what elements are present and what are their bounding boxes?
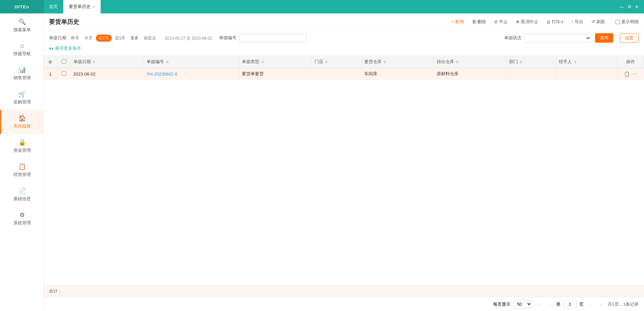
sort-icon-department: ⇅ (520, 60, 522, 64)
prev-page-button[interactable]: ‹ (546, 300, 553, 308)
order-no-input[interactable] (239, 34, 306, 42)
order-no-label: 单据编号 (219, 35, 236, 41)
order-no-link[interactable]: YH-20230602-0 (147, 72, 177, 77)
last-page-button[interactable]: » (596, 300, 605, 308)
close-button[interactable]: ✕ (635, 4, 639, 9)
sort-icon-type: ⇅ (261, 60, 264, 64)
table-header-row: ⚙ 单据日期 ⇅ 单据编号 ⇅ 单据类型 (44, 56, 644, 68)
row-handler (556, 68, 617, 80)
toolbar-separator (611, 18, 611, 25)
col-type[interactable]: 单据类型 ⇅ (239, 56, 312, 68)
home-icon: ⌂ (20, 42, 24, 49)
new-button[interactable]: + 新增 (449, 17, 466, 26)
row-store (312, 68, 361, 80)
display-detail-checkbox[interactable] (615, 20, 620, 24)
status-filter: 单据状态 ▾ (504, 34, 588, 43)
restore-button[interactable]: ⧉ (628, 4, 631, 9)
col-req-warehouse[interactable]: 要货仓库 ⇅ (361, 56, 434, 68)
date-shortcut-1month[interactable]: 近1月 (113, 35, 127, 42)
search-icon: 🔍 (18, 18, 26, 26)
basic-icon: 📄 (18, 187, 26, 194)
sidebar-item-inventory[interactable]: 🏠 库存核算 (0, 110, 43, 134)
col-pending-warehouse[interactable]: 待出仓库 ⇅ (434, 56, 506, 68)
sort-icon-req-warehouse: ⇅ (383, 60, 386, 64)
filter-row: 单据日期 昨天 今天 近7天 近1月 更多 自定义 2023-05-27 至 2… (49, 33, 639, 43)
col-settings[interactable]: ⚙ (44, 56, 57, 68)
row-checkbox[interactable] (62, 71, 66, 76)
col-checkbox (57, 56, 70, 68)
page-title: 要货单历史 (49, 18, 449, 26)
pagination: 每页显示 50 10 20 100 « ‹ 第 页 › » 共1页，1条记录 (44, 297, 644, 311)
finance-icon: 🔒 (18, 139, 26, 146)
print-dropdown-icon[interactable]: ▾ (561, 20, 563, 24)
query-button[interactable]: 查询 (595, 33, 613, 43)
sidebar-item-purchase[interactable]: 🛒 采购管理 (0, 86, 43, 110)
col-handler[interactable]: 经手人 ⇅ (556, 56, 617, 68)
date-shortcut-more[interactable]: 更多 (128, 35, 141, 42)
tab-home[interactable]: 首页 (44, 0, 63, 13)
row-edit-icon[interactable]: 📋 (624, 71, 630, 77)
expand-more-button[interactable]: ▾▾ 展开更多条件 (49, 45, 639, 51)
date-shortcut-yesterday[interactable]: 昨天 (69, 35, 81, 42)
select-all-checkbox[interactable] (62, 59, 66, 63)
page-label: 第 (556, 301, 560, 307)
display-detail-checkbox-label[interactable]: 显示明细 (615, 19, 639, 25)
page-input[interactable] (563, 300, 577, 308)
operations-icon: 📋 (18, 163, 26, 170)
sidebar-item-basic[interactable]: 📄 基础信息 (0, 182, 43, 207)
minimize-button[interactable]: — (620, 4, 624, 9)
order-no-filter: 单据编号 (219, 34, 306, 42)
sort-icon-date: ⇅ (93, 60, 95, 64)
col-date[interactable]: 单据日期 ⇅ (70, 56, 144, 68)
refresh-button[interactable]: ↺ 刷新 (589, 17, 607, 26)
table-body: 1 2023-06-02 YH-20230602-0 要货单要货 车间库 原材料… (44, 68, 644, 80)
export-button[interactable]: ↑ 导出 (569, 17, 585, 26)
table-row: 1 2023-06-02 YH-20230602-0 要货单要货 车间库 原材料… (44, 68, 644, 80)
date-shortcut-7days[interactable]: 近7天 (96, 35, 112, 42)
status-select[interactable] (524, 34, 591, 43)
date-shortcut-custom[interactable]: 自定义 (142, 35, 158, 42)
table-footer: 合计： (44, 285, 644, 297)
stop-button[interactable]: ⊘ 中止 (492, 17, 510, 26)
row-date: 2023-06-02 (70, 68, 144, 80)
cancel-stop-button[interactable]: ⊗ 取消中止 (514, 17, 540, 26)
col-department[interactable]: 部门 ⇅ (506, 56, 556, 68)
col-operation: 操作 (617, 56, 644, 68)
sidebar-item-finance[interactable]: 🔒 资金管理 (0, 134, 43, 158)
col-no[interactable]: 单据编号 ⇅ (144, 56, 239, 68)
row-type: 要货单要货 (239, 68, 312, 80)
sort-icon-handler: ⇅ (574, 60, 577, 64)
toolbar: + 新增 🗑 删除 ⊘ 中止 ⊗ 取消中止 🖨 打印 ▾ ↑ 导出 (449, 17, 639, 26)
next-page-button[interactable]: › (586, 300, 594, 308)
row-operation: 📋 ⋯ (617, 68, 644, 80)
first-page-button[interactable]: « (535, 300, 543, 308)
sidebar-item-sales[interactable]: 📊 销售管理 (0, 61, 43, 86)
status-label: 单据状态 (504, 35, 522, 41)
settings-button[interactable]: 设置 (620, 33, 639, 43)
date-range-container: 2023-05-27 至 2023-06-02 (165, 35, 212, 41)
row-checkbox-cell (57, 68, 70, 80)
filter-bar: 单据日期 昨天 今天 近7天 近1月 更多 自定义 2023-05-27 至 2… (44, 29, 644, 56)
sidebar-item-quicknav[interactable]: ⌂ 快捷导航 (0, 38, 43, 61)
sort-icon-store: ⇅ (325, 60, 328, 64)
sidebar-item-operations[interactable]: 📋 经营管理 (0, 158, 43, 182)
col-store[interactable]: 门店 ⇅ (312, 56, 361, 68)
page-size-select[interactable]: 50 10 20 100 (513, 300, 532, 308)
delete-button[interactable]: 🗑 删除 (470, 17, 488, 26)
date-shortcut-today[interactable]: 今天 (83, 35, 95, 42)
date-filter: 单据日期 昨天 今天 近7天 近1月 更多 自定义 (49, 35, 158, 42)
sort-icon-pending-warehouse: ⇅ (456, 60, 459, 64)
tab-close-icon[interactable]: × (93, 4, 95, 9)
page-unit: 页 (579, 301, 584, 307)
table-area: ⚙ 单据日期 ⇅ 单据编号 ⇅ 单据类型 (44, 56, 644, 285)
window-controls: — ⧉ ✕ (620, 4, 644, 9)
row-more-icon[interactable]: ⋯ (632, 71, 637, 77)
tab-purchase-history[interactable]: 要货单历史 × (63, 0, 101, 13)
sidebar-item-system[interactable]: ⚙ 系统管理 (0, 207, 43, 231)
row-seq: 1 (44, 68, 57, 80)
sidebar-item-search[interactable]: 🔍 搜索菜单 (0, 13, 43, 38)
inventory-icon: 🏠 (18, 115, 26, 122)
sidebar: 🔍 搜索菜单 ⌂ 快捷导航 📊 销售管理 🛒 采购管理 🏠 库存核算 🔒 资金管… (0, 13, 44, 311)
print-button[interactable]: 🖨 打印 ▾ (544, 17, 566, 26)
row-req-warehouse: 车间库 (361, 68, 434, 80)
